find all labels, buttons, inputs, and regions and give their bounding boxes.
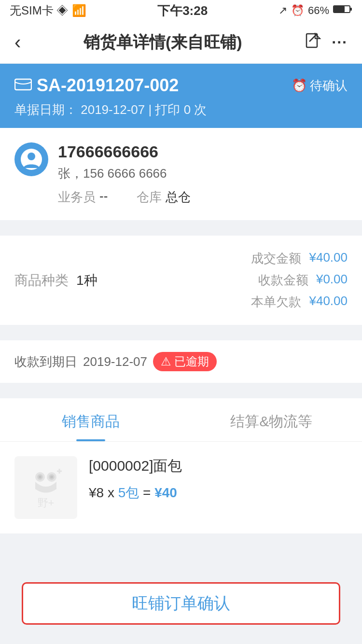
- avatar-icon: [21, 149, 42, 170]
- customer-name: 张，156 6666 6666: [58, 165, 348, 182]
- product-thumbnail: 野+: [14, 456, 77, 519]
- product-type-stat: 商品种类 1种: [14, 250, 251, 310]
- price-unit: ¥8: [89, 485, 104, 500]
- salesperson-label: 业务员: [58, 189, 96, 206]
- nav-actions: ···: [305, 32, 348, 53]
- customer-section: 17666666666 张，156 6666 6666 业务员 -- 仓库 总仓: [0, 128, 362, 220]
- confirm-button[interactable]: 旺铺订单确认: [22, 582, 340, 625]
- more-icon[interactable]: ···: [332, 33, 348, 51]
- balance-amount: ¥40.00: [309, 294, 348, 310]
- wifi-icon: 📶: [72, 4, 86, 17]
- product-type-value: 1种: [76, 271, 97, 290]
- due-label: 收款到期日: [14, 353, 77, 370]
- product-section: 野+ [0000002]面包 ¥8 x 5包 = ¥40: [0, 442, 362, 533]
- divider-2: [0, 333, 362, 340]
- status-clock-icon: ⏰: [292, 78, 307, 93]
- battery-text: 66%: [308, 4, 329, 17]
- customer-info: 17666666666 张，156 6666 6666 业务员 -- 仓库 总仓: [58, 142, 348, 206]
- equals-sign: =: [143, 485, 154, 500]
- status-icons: ↗ ⏰ 66%: [278, 4, 352, 17]
- warehouse-label: 仓库: [137, 189, 162, 206]
- receipt-amount: ¥0.00: [316, 272, 348, 289]
- salesperson-item: 业务员 --: [58, 189, 108, 206]
- battery-icon: [333, 4, 352, 17]
- balance-row: 本单欠款 ¥40.00: [251, 294, 348, 310]
- svg-point-10: [39, 476, 42, 478]
- receipt-amount-row: 收款金额 ¥0.00: [258, 272, 348, 289]
- product-item: 野+ [0000002]面包 ¥8 x 5包 = ¥40: [0, 442, 362, 533]
- order-id-icon: [14, 77, 32, 94]
- warehouse-item: 仓库 总仓: [137, 189, 191, 206]
- status-bar: 无SIM卡 ◈ 📶 下午3:28 ↗ ⏰ 66%: [0, 0, 362, 21]
- svg-rect-2: [334, 6, 345, 12]
- product-name: [0000002]面包: [89, 456, 348, 476]
- svg-point-5: [28, 153, 35, 160]
- tab-settlement[interactable]: 结算&物流等: [181, 398, 362, 441]
- tab-sales[interactable]: 销售商品: [0, 398, 181, 441]
- thumb-text: 野+: [38, 496, 55, 510]
- svg-rect-1: [350, 8, 352, 11]
- stats-section: 商品种类 1种 成交金额 ¥40.00 收款金额 ¥0.00 本单欠款 ¥40.…: [0, 236, 362, 325]
- due-section: 收款到期日 2019-12-07 ⚠ 已逾期: [0, 340, 362, 383]
- customer-phone: 17666666666: [58, 142, 348, 161]
- warehouse-value: 总仓: [166, 189, 191, 206]
- transaction-amount: ¥40.00: [309, 250, 348, 267]
- product-total: ¥40: [154, 485, 177, 500]
- product-details: [0000002]面包 ¥8 x 5包 = ¥40: [89, 456, 348, 502]
- product-qty: 5包: [118, 485, 139, 500]
- order-date: 单据日期： 2019-12-07 | 打印 0 次: [14, 101, 348, 118]
- product-price: ¥8 x 5包 = ¥40: [89, 484, 348, 502]
- receipt-label: 收款金额: [258, 272, 308, 289]
- status-time: 下午3:28: [157, 2, 208, 19]
- multiply-sign: x: [108, 485, 118, 500]
- balance-label: 本单欠款: [251, 294, 301, 310]
- overdue-text: 已逾期: [174, 354, 209, 369]
- order-status: ⏰ 待确认: [292, 77, 348, 94]
- divider-1: [0, 228, 362, 236]
- overdue-badge: ⚠ 已逾期: [153, 352, 217, 371]
- status-carrier: 无SIM卡 ◈ 📶: [10, 3, 86, 18]
- customer-meta: 业务员 -- 仓库 总仓: [58, 189, 348, 206]
- salesperson-value: --: [99, 189, 108, 206]
- product-type-label: 商品种类: [14, 271, 69, 290]
- tabs-section: 销售商品 结算&物流等: [0, 398, 362, 442]
- amount-stats: 成交金额 ¥40.00 收款金额 ¥0.00 本单欠款 ¥40.00: [251, 250, 348, 310]
- confirm-button-wrapper: 旺铺订单确认: [0, 582, 362, 625]
- order-id: SA-20191207-002: [14, 75, 179, 96]
- export-icon[interactable]: [305, 32, 322, 53]
- avatar: [14, 142, 48, 176]
- overdue-warning-icon: ⚠: [161, 355, 171, 368]
- carrier-text: 无SIM卡 ◈: [10, 3, 68, 18]
- transaction-label: 成交金额: [251, 250, 301, 267]
- alarm-icon: ⏰: [291, 4, 304, 17]
- location-icon: ↗: [278, 4, 287, 17]
- nav-bar: ‹ 销货单详情(来自旺铺) ···: [0, 21, 362, 64]
- thumb-logo: 野+: [27, 465, 65, 510]
- order-header: SA-20191207-002 ⏰ 待确认 单据日期： 2019-12-07 |…: [0, 64, 362, 128]
- transaction-amount-row: 成交金额 ¥40.00: [251, 250, 348, 267]
- back-button[interactable]: ‹: [14, 31, 21, 53]
- svg-point-11: [50, 476, 53, 478]
- divider-3: [0, 391, 362, 398]
- page-title: 销货单详情(来自旺铺): [84, 31, 242, 54]
- due-date: 2019-12-07: [83, 354, 147, 369]
